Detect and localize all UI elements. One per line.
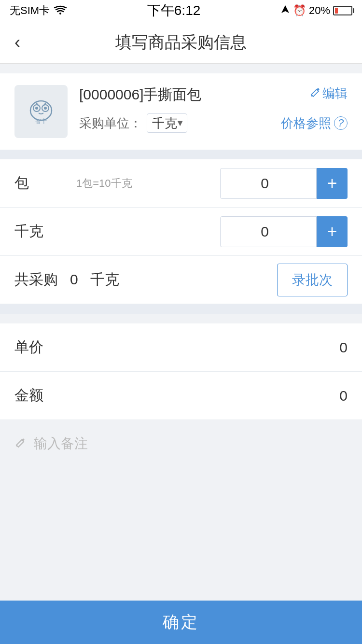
- svg-point-0: [59, 13, 61, 14]
- unit-price-label: 单价: [14, 337, 43, 357]
- battery-percent: 20%: [309, 4, 330, 17]
- notes-section[interactable]: 输入备注: [0, 420, 362, 468]
- product-card: 智十 [0000006]手撕面包 编辑 采购单位：: [0, 73, 362, 150]
- amount-label: 金额: [14, 386, 43, 406]
- pack-qty-wrapper: +: [220, 168, 348, 199]
- product-unit-row: 采购单位： 千克 包 价格参照 ?: [79, 113, 348, 133]
- svg-point-5: [44, 107, 47, 110]
- total-text: 共采购 0 千克: [14, 270, 119, 290]
- nav-bar: ‹ 填写商品采购信息: [0, 21, 362, 64]
- price-ref-label: 价格参照: [281, 115, 331, 132]
- battery-indicator: [333, 6, 352, 15]
- pack-sub-label: 1包=10千克: [76, 176, 132, 191]
- unit-price-row: 单价 0: [0, 323, 362, 372]
- unit-price-value: 0: [339, 339, 348, 356]
- amount-value: 0: [339, 388, 348, 404]
- price-ref-button[interactable]: 价格参照 ?: [281, 115, 348, 132]
- unit-label: 采购单位：: [79, 115, 142, 132]
- product-logo: 智十: [24, 92, 58, 131]
- content-fill: [0, 468, 362, 613]
- pack-plus-button[interactable]: +: [317, 168, 348, 199]
- kg-input-row: 千克 +: [0, 208, 362, 256]
- total-value: 0: [70, 271, 78, 287]
- wifi-icon: [54, 4, 67, 17]
- status-time: 下午6:12: [147, 1, 201, 20]
- product-info: [0000006]手撕面包 编辑 采购单位： 千克 包: [79, 85, 348, 133]
- kg-qty-input[interactable]: [220, 216, 317, 247]
- edit-icon: [310, 86, 320, 101]
- product-image: 智十: [14, 85, 68, 138]
- divider-1: [0, 150, 362, 159]
- total-row: 共采购 0 千克 录批次: [0, 256, 362, 304]
- quantity-section: 包 1包=10千克 + 千克 +: [0, 159, 362, 256]
- svg-text:智十: 智十: [35, 118, 47, 125]
- back-button[interactable]: ‹: [14, 32, 43, 53]
- total-unit: 千克: [90, 271, 119, 287]
- confirm-button[interactable]: 确定: [163, 611, 199, 633]
- kg-plus-button[interactable]: +: [317, 216, 348, 247]
- unit-select-wrapper[interactable]: 千克 包: [142, 113, 187, 133]
- status-left: 无SIM卡: [10, 3, 67, 18]
- status-bar: 无SIM卡 下午6:12 ⏰ 20%: [0, 0, 362, 21]
- alarm-icon: ⏰: [293, 4, 306, 17]
- total-label: 共采购: [14, 271, 58, 287]
- pack-label: 包: [14, 173, 72, 193]
- product-name: [0000006]手撕面包: [79, 85, 201, 105]
- pencil-icon: [14, 435, 27, 451]
- status-right: ⏰ 20%: [280, 4, 352, 17]
- svg-point-1: [30, 101, 52, 120]
- notes-placeholder: 输入备注: [34, 434, 88, 453]
- price-ref-help-icon: ?: [334, 116, 348, 130]
- kg-label: 千克: [14, 222, 72, 241]
- pack-qty-input[interactable]: [220, 168, 317, 199]
- batch-button[interactable]: 录批次: [277, 264, 348, 296]
- footer[interactable]: 确定: [0, 601, 362, 644]
- pack-input-row: 包 1包=10千克 +: [0, 159, 362, 208]
- product-header: [0000006]手撕面包 编辑: [79, 85, 348, 105]
- page-title: 填写商品采购信息: [115, 31, 247, 54]
- svg-point-4: [35, 107, 38, 110]
- kg-qty-wrapper: +: [220, 216, 348, 247]
- amount-row: 金额 0: [0, 372, 362, 420]
- edit-label: 编辑: [322, 85, 348, 102]
- edit-button[interactable]: 编辑: [310, 85, 348, 102]
- location-icon: [280, 4, 290, 17]
- price-section: 单价 0 金额 0: [0, 323, 362, 420]
- unit-select[interactable]: 千克 包: [147, 113, 187, 133]
- carrier-label: 无SIM卡: [10, 3, 50, 18]
- divider-2: [0, 304, 362, 314]
